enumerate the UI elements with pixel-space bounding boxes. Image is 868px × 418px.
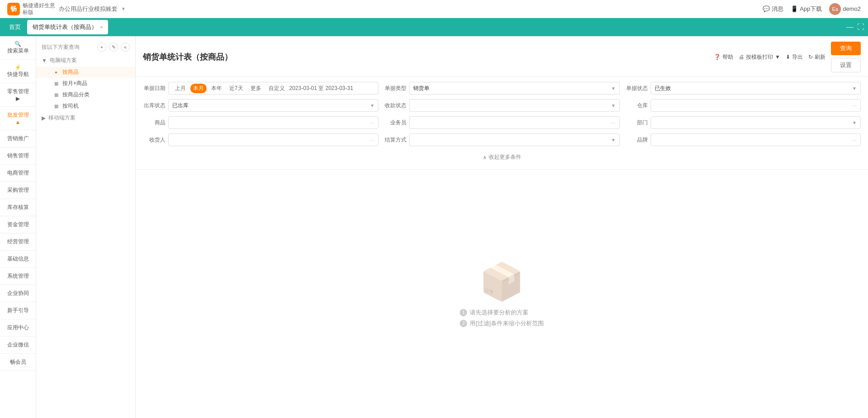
- dept-arrow: ▼: [852, 120, 857, 125]
- brand-input[interactable]: ···: [651, 133, 861, 146]
- month-product-node-icon: ▦: [52, 80, 60, 87]
- message-button[interactable]: 💬 消息: [763, 5, 783, 13]
- warehouse-status-select[interactable]: 已出库 ▼: [168, 99, 378, 112]
- date-tab-this-month[interactable]: 本月: [190, 84, 207, 93]
- sidebar-item-newbie[interactable]: 新手引导: [0, 302, 36, 319]
- warehouse-label: 仓库: [625, 102, 648, 109]
- topbar-left: 畅 畅捷通好生意 标版 办公用品行业模拟账套 ▼: [7, 2, 126, 15]
- sidebar-item-inventory[interactable]: 库存核算: [0, 199, 36, 216]
- sidebar-item-member[interactable]: 畅会员: [0, 354, 36, 371]
- date-tab-7days[interactable]: 近7天: [226, 84, 246, 93]
- tab-home[interactable]: 首页: [4, 20, 26, 34]
- doc-type-select[interactable]: 销货单 ▼: [409, 82, 619, 95]
- sidebar-item-operations[interactable]: 经营管理: [0, 233, 36, 251]
- doc-status-value: 已生效: [655, 85, 671, 92]
- maximize-icon[interactable]: ⛶: [857, 23, 864, 31]
- receiver-input[interactable]: ···: [168, 133, 378, 146]
- print-icon: 🖨: [739, 54, 744, 60]
- warehouse-input[interactable]: ···: [651, 99, 861, 112]
- date-tabs: 上月 本月 本年 近7天 更多 自定义: [172, 84, 288, 93]
- sidebar-item-quick-nav[interactable]: ⚡ 快捷导航: [0, 60, 36, 83]
- topbar-dropdown-arrow[interactable]: ▼: [121, 6, 126, 11]
- sidebar-item-app-center[interactable]: 应用中心: [0, 319, 36, 337]
- sidebar-item-system[interactable]: 系统管理: [0, 268, 36, 285]
- tab-close-icon[interactable]: ×: [100, 24, 103, 30]
- date-tab-last-month[interactable]: 上月: [172, 84, 189, 93]
- refresh-icon: ↻: [808, 54, 813, 60]
- sidebar-item-wholesale[interactable]: 批发管理 ▲: [0, 107, 36, 130]
- tree-node-by-category[interactable]: ▦ 按商品分类: [36, 89, 135, 100]
- warehouse-status-arrow: ▼: [370, 103, 374, 108]
- warehouse-dots-icon[interactable]: ···: [851, 102, 857, 109]
- filter-area: 单据日期 上月 本月 本年 近7天 更多 自定义 20: [136, 76, 868, 170]
- date-tab-custom[interactable]: 自定义: [266, 84, 288, 93]
- settings-button[interactable]: 设置: [831, 58, 861, 72]
- sidebar: 🔍 搜索菜单 ⚡ 快捷导航 零售管理 ▶ 批发管理 ▲ 营销推广 销售管理 电商…: [0, 36, 36, 418]
- app-download-icon: 📱: [791, 5, 798, 12]
- date-tab-this-year[interactable]: 本年: [208, 84, 225, 93]
- sidebar-item-retail[interactable]: 零售管理 ▶: [0, 83, 36, 107]
- edit-scheme-button[interactable]: ✎: [109, 43, 118, 52]
- staff-dots-icon[interactable]: ···: [610, 119, 616, 126]
- user-menu[interactable]: Ea demo2: [829, 3, 861, 15]
- sidebar-item-sales[interactable]: 销售管理: [0, 147, 36, 165]
- sidebar-item-ecom[interactable]: 电商管理: [0, 165, 36, 182]
- add-scheme-button[interactable]: +: [97, 43, 106, 52]
- logo-area: 畅 畅捷通好生意 标版: [7, 2, 55, 15]
- sidebar-item-enterprise[interactable]: 企业协同: [0, 285, 36, 302]
- filter-doc-type: 单据类型 销货单 ▼: [384, 82, 619, 95]
- collapse-button[interactable]: ∧ 收起更多条件: [143, 151, 861, 164]
- empty-illustration: 📦: [479, 261, 524, 303]
- filter-row-3: 商品 ··· 业务员 ···: [143, 116, 861, 129]
- sidebar-item-marketing[interactable]: 营销推广: [0, 130, 36, 147]
- tree-node-by-month-product[interactable]: ▦ 按月+商品: [36, 78, 135, 89]
- date-tab-more[interactable]: 更多: [248, 84, 264, 93]
- empty-tips: 1 请先选择要分析的方案 2 用[过滤]条件来缩小分析范围: [460, 309, 543, 328]
- settle-arrow: ▼: [611, 138, 616, 142]
- topbar-subtitle: 办公用品行业模拟账套: [59, 5, 118, 13]
- refresh-button[interactable]: ↻ 刷新: [808, 53, 826, 61]
- help-icon: ❓: [714, 54, 721, 60]
- product-input[interactable]: ···: [168, 116, 378, 129]
- query-settings-buttons: 查询 设置: [831, 42, 861, 72]
- filter-warehouse-status: 出库状态 已出库 ▼: [143, 99, 378, 112]
- message-icon: 💬: [763, 5, 770, 12]
- empty-tip-2: 2 用[过滤]条件来缩小分析范围: [460, 319, 543, 328]
- empty-tip-1: 1 请先选择要分析的方案: [460, 309, 543, 317]
- brand-dots-icon[interactable]: ···: [851, 136, 857, 143]
- tree-node-by-machine[interactable]: ▦ 按司机: [36, 100, 135, 112]
- product-label: 商品: [143, 119, 165, 127]
- minimize-icon[interactable]: —: [846, 23, 854, 31]
- sidebar-item-enterprise-wechat[interactable]: 企业微信: [0, 337, 36, 354]
- settle-select[interactable]: ▼: [409, 133, 619, 146]
- export-button[interactable]: ⬇ 导出: [786, 53, 803, 61]
- product-dots-icon[interactable]: ···: [369, 119, 375, 126]
- collapse-panel-button[interactable]: «: [121, 43, 130, 52]
- mobile-group[interactable]: ▶ 移动端方案: [36, 112, 135, 124]
- dept-select[interactable]: ▼: [651, 116, 861, 129]
- export-icon: ⬇: [786, 54, 790, 60]
- receiver-dots-icon[interactable]: ···: [369, 136, 375, 143]
- tree-node-by-product[interactable]: ● 按商品: [36, 66, 135, 78]
- sidebar-item-purchase[interactable]: 采购管理: [0, 182, 36, 199]
- app-download-button[interactable]: 📱 App下载: [791, 5, 822, 13]
- staff-input[interactable]: ···: [409, 116, 619, 129]
- topbar: 畅 畅捷通好生意 标版 办公用品行业模拟账套 ▼ 💬 消息 📱 App下载 Ea…: [0, 0, 868, 18]
- collection-status-select[interactable]: ▼: [409, 99, 619, 112]
- query-button[interactable]: 查询: [831, 42, 861, 55]
- template-print-button[interactable]: 🖨 按模板打印 ▼: [739, 53, 780, 61]
- avatar: Ea: [829, 3, 841, 15]
- filter-row-2: 出库状态 已出库 ▼ 收款状态 ▼: [143, 99, 861, 112]
- tab-sales-stats[interactable]: 销货单统计表（按商品） ×: [27, 20, 108, 34]
- main-layout: 🔍 搜索菜单 ⚡ 快捷导航 零售管理 ▶ 批发管理 ▲ 营销推广 销售管理 电商…: [0, 36, 868, 418]
- sidebar-item-finance[interactable]: 资金管理: [0, 216, 36, 233]
- doc-status-select[interactable]: 已生效 ▼: [651, 82, 861, 95]
- filter-date: 单据日期 上月 本月 本年 近7天 更多 自定义 20: [143, 82, 378, 95]
- sidebar-item-search[interactable]: 🔍 搜索菜单: [0, 36, 36, 60]
- help-button[interactable]: ❓ 帮助: [714, 53, 733, 61]
- sidebar-item-basic[interactable]: 基础信息: [0, 251, 36, 268]
- doc-status-arrow: ▼: [852, 86, 857, 91]
- left-panel-header-label: 按以下方案查询: [42, 43, 80, 51]
- logo-text: 畅捷通好生意 标版: [23, 2, 55, 15]
- chevron-right-icon: ▶: [2, 95, 34, 102]
